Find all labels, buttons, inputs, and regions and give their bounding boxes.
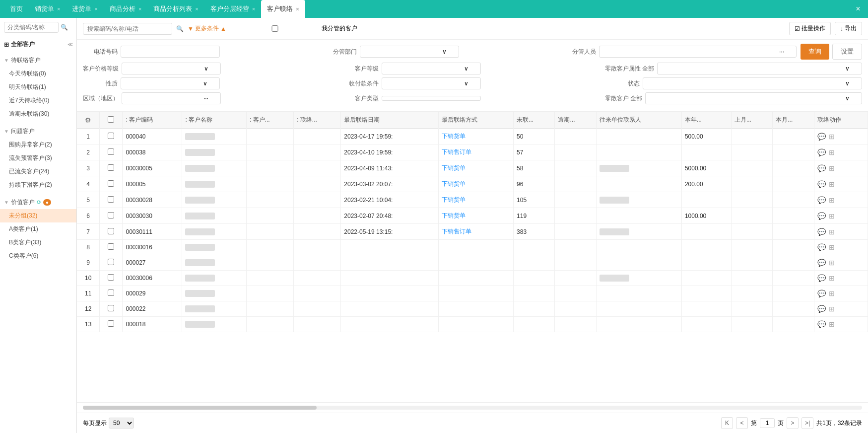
close-purchase-icon[interactable]: × (94, 6, 97, 12)
row-select-checkbox[interactable] (108, 228, 114, 234)
sidebar-item-hoarding[interactable]: 囤购异常客户(2) (0, 138, 76, 151)
row-select-checkbox[interactable] (108, 274, 114, 281)
nav-tab-product-analysis[interactable]: 商品分析 × (104, 0, 147, 18)
row-select-checkbox[interactable] (108, 133, 114, 139)
batch-operation-button[interactable]: ☑ 批量操作 (789, 22, 831, 35)
grid-action-icon[interactable]: ⊞ (829, 320, 835, 328)
row-select-checkbox[interactable] (108, 196, 114, 203)
contact-method-link[interactable]: 下销货单 (442, 180, 466, 187)
nature-select[interactable]: ∨ (121, 77, 220, 89)
row-select-checkbox[interactable] (108, 305, 114, 311)
comment-icon[interactable]: 💬 (817, 212, 826, 220)
nav-tab-product-list[interactable]: 商品分析列表 × (147, 0, 204, 18)
select-all-checkbox[interactable] (108, 116, 114, 123)
grid-action-icon[interactable]: ⊞ (829, 228, 835, 236)
search-button-icon[interactable]: 🔍 (176, 25, 184, 32)
comment-icon[interactable]: 💬 (817, 274, 826, 282)
retail-cust-select[interactable]: ∨ (645, 92, 862, 104)
sidebar-item-class-b[interactable]: B类客户(33) (0, 236, 76, 249)
comment-icon[interactable]: 💬 (817, 289, 826, 297)
comment-icon[interactable]: 💬 (817, 228, 826, 236)
payment-select[interactable]: ∨ (382, 77, 481, 89)
grid-action-icon[interactable]: ⊞ (829, 196, 835, 204)
comment-icon[interactable]: 💬 (817, 133, 826, 141)
region-select[interactable]: ··· (122, 92, 221, 104)
page-size-select[interactable]: 50 100 200 (109, 418, 134, 429)
grid-action-icon[interactable]: ⊞ (829, 259, 835, 267)
row-select-checkbox[interactable] (108, 243, 114, 250)
comment-icon[interactable]: 💬 (817, 180, 826, 188)
contact-method-link[interactable]: 下销货单 (442, 212, 466, 219)
reset-button[interactable]: 设置 (832, 44, 862, 60)
sidebar-problem-title[interactable]: ▼ 问题客户 (0, 125, 76, 138)
manager-more-icon[interactable]: ··· (779, 48, 784, 55)
nav-tab-sales[interactable]: 销货单 × (29, 0, 66, 18)
contact-method-link[interactable]: 下销售订单 (442, 228, 471, 235)
page-number-input[interactable] (760, 418, 775, 428)
manager-select[interactable]: ··· (599, 46, 797, 58)
sidebar-item-churned[interactable]: 已流失客户(24) (0, 165, 76, 178)
comment-icon[interactable]: 💬 (817, 196, 826, 204)
nav-tab-home[interactable]: 首页 (4, 0, 29, 18)
my-customers-checkbox[interactable]: 我分管的客户 (230, 24, 357, 33)
sidebar-item-today[interactable]: 今天待联络(0) (0, 67, 76, 80)
close-customer-tier-icon[interactable]: × (252, 6, 255, 12)
phone-input[interactable] (121, 46, 220, 58)
row-select-checkbox[interactable] (108, 320, 114, 327)
row-select-checkbox[interactable] (108, 212, 114, 218)
nav-tab-customer-contact[interactable]: 客户联络 × (261, 0, 305, 18)
sidebar-item-overdue[interactable]: 逾期未联络(30) (0, 107, 76, 121)
contact-method-link[interactable]: 下销货单 (442, 133, 466, 140)
more-conditions-button[interactable]: ▼ 更多条件 ▲ (188, 24, 226, 33)
grid-action-icon[interactable]: ⊞ (829, 243, 835, 251)
contact-method-link[interactable]: 下销货单 (442, 164, 466, 171)
sidebar-item-class-a[interactable]: A类客户(1) (0, 222, 76, 236)
comment-icon[interactable]: 💬 (817, 148, 826, 156)
cust-grade-select[interactable]: ∨ (382, 63, 481, 74)
sidebar-search-input[interactable] (4, 22, 59, 33)
contact-method-link[interactable]: 下销售订单 (442, 148, 471, 155)
grid-action-icon[interactable]: ⊞ (829, 305, 835, 313)
sidebar-collapse-icon[interactable]: ≪ (67, 42, 72, 47)
sidebar-item-class-c[interactable]: C类客户(6) (0, 249, 76, 263)
grid-action-icon[interactable]: ⊞ (829, 289, 835, 297)
comment-icon[interactable]: 💬 (817, 259, 826, 267)
row-select-checkbox[interactable] (108, 164, 114, 171)
comment-icon[interactable]: 💬 (817, 305, 826, 313)
prev-page-button[interactable]: < (736, 417, 748, 429)
grid-action-icon[interactable]: ⊞ (829, 164, 835, 172)
grid-action-icon[interactable]: ⊞ (829, 274, 835, 282)
nav-tab-customer-tier[interactable]: 客户分层经营 × (204, 0, 261, 18)
sidebar-item-7days[interactable]: 近7天待联络(0) (0, 94, 76, 107)
close-sales-icon[interactable]: × (57, 6, 60, 12)
sidebar-item-tomorrow[interactable]: 明天待联络(1) (0, 80, 76, 94)
close-product-list-icon[interactable]: × (195, 6, 198, 12)
row-select-checkbox[interactable] (108, 180, 114, 187)
horizontal-scrollbar[interactable] (77, 402, 868, 413)
refresh-icon[interactable]: ⟳ (37, 199, 41, 206)
grid-action-icon[interactable]: ⊞ (829, 180, 835, 188)
sidebar-search-icon[interactable]: 🔍 (61, 24, 68, 31)
sidebar-all-customers[interactable]: ⊞ 全部客户 ≪ (0, 37, 76, 52)
row-select-checkbox[interactable] (108, 259, 114, 265)
retail-attr-select[interactable]: ∨ (657, 63, 862, 74)
sidebar-item-churn-warning[interactable]: 流失预警客户(3) (0, 151, 76, 165)
comment-icon[interactable]: 💬 (817, 320, 826, 328)
nav-tab-purchase[interactable]: 进货单 × (66, 0, 103, 18)
settings-icon[interactable]: ⚙ (85, 116, 91, 124)
row-select-checkbox[interactable] (108, 148, 114, 155)
comment-icon[interactable]: 💬 (817, 243, 826, 251)
close-customer-contact-icon[interactable]: × (296, 6, 299, 12)
sidebar-value-title[interactable]: ▼ 价值客户 ⟳ ● (0, 196, 76, 209)
window-close-button[interactable]: × (852, 3, 864, 15)
query-button[interactable]: 查询 (801, 44, 829, 60)
sidebar-item-declining[interactable]: 持续下滑客户(2) (0, 178, 76, 192)
my-customers-check[interactable] (230, 25, 320, 32)
dept-select[interactable]: ∨ (360, 46, 459, 58)
grid-action-icon[interactable]: ⊞ (829, 212, 835, 220)
sidebar-item-ungroup[interactable]: 未分组(32) (0, 209, 76, 222)
comment-icon[interactable]: 💬 (817, 164, 826, 172)
region-more-icon[interactable]: ··· (203, 95, 208, 102)
first-page-button[interactable]: K (721, 417, 733, 429)
grid-action-icon[interactable]: ⊞ (829, 133, 835, 141)
